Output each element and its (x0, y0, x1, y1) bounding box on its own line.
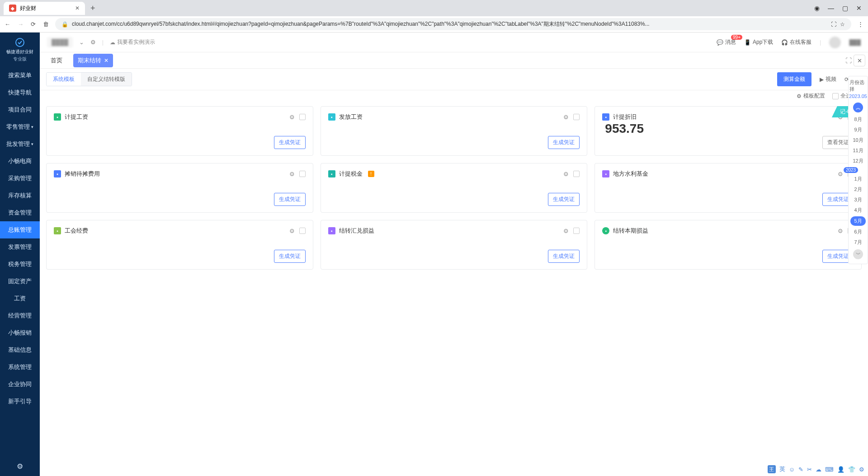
month-item[interactable]: 4月 (854, 205, 862, 215)
month-item[interactable]: 6月 (854, 227, 862, 237)
month-item[interactable]: 8月 (853, 114, 863, 125)
sidebar-item[interactable]: 基础信息 (0, 341, 40, 359)
maximize-icon[interactable]: ▢ (842, 5, 848, 12)
star-icon[interactable]: ☆ (840, 21, 845, 28)
main-area: ████ ⌄ ⚙ | ☁ 我要看实例演示 💬 消息 99+ 📱 App下载 (40, 33, 868, 476)
month-item[interactable]: 11月 (853, 145, 863, 156)
generate-voucher-button[interactable]: 生成凭证 (548, 250, 580, 263)
tray-person-icon[interactable]: 👤 (837, 466, 844, 473)
tray-cloud-icon[interactable]: ☁ (816, 466, 821, 473)
video-link[interactable]: ▶ 视频 (820, 75, 836, 83)
sidebar-item[interactable]: 搜索菜单 (0, 67, 40, 84)
card-gear-icon[interactable]: ⚙ (563, 228, 569, 234)
sidebar-item[interactable]: 快捷导航 (0, 84, 40, 101)
sidebar-item[interactable]: 税务管理 (0, 256, 40, 273)
tray-gear-icon[interactable]: ⚙ (859, 466, 864, 473)
tab-period-end-closing[interactable]: 期末结转 ✕ (73, 54, 113, 67)
tab-close-icon[interactable]: ✕ (75, 5, 80, 11)
back-icon[interactable]: ← (5, 21, 10, 28)
card-gear-icon[interactable]: ⚙ (289, 114, 295, 121)
ime-icon[interactable]: 王 (768, 465, 776, 473)
generate-voucher-button[interactable]: 生成凭证 (548, 136, 580, 149)
chevron-down-icon[interactable]: ⌄ (79, 39, 84, 46)
sidebar-item[interactable]: 经营管理 (0, 307, 40, 324)
reload-icon[interactable]: ⟳ (31, 21, 36, 28)
tray-edit-icon[interactable]: ✎ (798, 466, 803, 473)
generate-voucher-button[interactable]: 生成凭证 (274, 193, 306, 206)
messages-button[interactable]: 💬 消息 99+ (717, 38, 736, 46)
card-gear-icon[interactable]: ⚙ (838, 228, 843, 234)
card-checkbox[interactable] (573, 171, 580, 177)
close-window-icon[interactable]: ✕ (856, 5, 862, 12)
sidebar-item[interactable]: 项目合同 (0, 101, 40, 118)
demo-link[interactable]: ☁ 我要看实例演示 (110, 38, 155, 46)
minimize-icon[interactable]: — (828, 5, 834, 12)
tray-smile-icon[interactable]: ☺ (789, 466, 795, 473)
card-head: ▪计提折旧⚙ (602, 113, 854, 121)
month-item[interactable]: 10月 (853, 135, 863, 145)
sidebar-item[interactable]: 零售管理▾ (0, 118, 40, 135)
generate-voucher-button[interactable]: 生成凭证 (274, 250, 306, 263)
month-up-icon[interactable]: ︽ (853, 103, 863, 112)
org-selector[interactable]: ████ (47, 37, 73, 47)
generate-voucher-button[interactable]: 生成凭证 (548, 193, 580, 206)
month-item[interactable]: 12月 (853, 156, 863, 166)
settings-gear-icon[interactable]: ⚙ (17, 462, 23, 470)
card-gear-icon[interactable]: ⚙ (838, 171, 843, 177)
tray-keyboard-icon[interactable]: ⌨ (825, 466, 834, 473)
tab-close-icon[interactable]: ✕ (104, 57, 108, 64)
close-panel-icon[interactable]: ✕ (854, 55, 865, 66)
month-current[interactable]: 5月 (850, 216, 865, 226)
sidebar-item[interactable]: 固定资产 (0, 273, 40, 290)
card-checkbox[interactable] (299, 228, 306, 234)
subtab-custom-template[interactable]: 自定义结转模版 (81, 73, 132, 86)
sidebar-item[interactable]: 发票管理 (0, 238, 40, 256)
sidebar-item[interactable]: 资金管理 (0, 204, 40, 221)
sidebar-item[interactable]: 小畅报销 (0, 324, 40, 341)
card-checkbox[interactable] (573, 114, 580, 120)
tab-home[interactable]: 首页 (46, 54, 67, 67)
card-gear-icon[interactable]: ⚙ (563, 114, 569, 121)
card-checkbox[interactable] (299, 171, 306, 177)
new-tab-button[interactable]: + (85, 4, 101, 13)
sidebar-item[interactable]: 批发管理▾ (0, 135, 40, 153)
subtab-system-template[interactable]: 系统模板 (47, 73, 81, 86)
card-checkbox[interactable] (299, 114, 306, 120)
template-config-link[interactable]: ⚙ 模板配置 (797, 92, 825, 100)
sidebar-item[interactable]: 库存核算 (0, 187, 40, 204)
org-gear-icon[interactable]: ⚙ (90, 39, 96, 46)
month-item[interactable]: 2月 (854, 184, 862, 195)
sidebar-item[interactable]: 小畅电商 (0, 153, 40, 170)
card-gear-icon[interactable]: ⚙ (289, 228, 295, 234)
sidebar-item[interactable]: 企业协同 (0, 376, 40, 393)
card-gear-icon[interactable]: ⚙ (289, 171, 295, 177)
month-item[interactable]: 7月 (854, 237, 862, 247)
ime-lang[interactable]: 英 (779, 465, 785, 473)
sidebar-item[interactable]: 新手引导 (0, 393, 40, 410)
sidebar-logo: 畅捷通好业财 专业版 (0, 33, 40, 67)
menu-icon[interactable]: ⋮ (858, 21, 863, 28)
generate-voucher-button[interactable]: 生成凭证 (274, 136, 306, 149)
url-field[interactable]: 🔒 cloud.chanjet.com/cc/u6d89qwnryel/57bf… (55, 18, 851, 30)
sidebar-item[interactable]: 工资 (0, 290, 40, 307)
fullscreen-icon[interactable]: ⛶ (845, 57, 852, 64)
support-button[interactable]: 🎧 在线客服 (781, 38, 811, 46)
sidebar-item[interactable]: 系统管理 (0, 359, 40, 376)
delete-icon[interactable]: 🗑 (43, 21, 49, 28)
card-gear-icon[interactable]: ⚙ (563, 171, 569, 177)
browser-tab[interactable]: ◆ 好业财 ✕ (4, 2, 85, 15)
tray-shirt-icon[interactable]: 👕 (848, 466, 855, 473)
month-item[interactable]: 9月 (853, 125, 863, 135)
forward-icon[interactable]: → (18, 21, 24, 28)
translate-icon[interactable]: ⛶ (831, 21, 836, 28)
card-checkbox[interactable] (573, 228, 580, 234)
app-download-button[interactable]: 📱 App下载 (744, 38, 773, 46)
calculate-button[interactable]: 测算金额 (777, 72, 811, 86)
avatar[interactable] (829, 37, 841, 48)
sidebar-item[interactable]: 采购管理 (0, 170, 40, 187)
sidebar-item[interactable]: 总账管理 (0, 221, 40, 238)
tray-scissors-icon[interactable]: ✂ (807, 466, 812, 473)
month-item[interactable]: 3月 (854, 195, 862, 205)
month-item[interactable]: 1月 (854, 174, 862, 184)
month-down-icon[interactable]: ︾ (853, 249, 863, 259)
